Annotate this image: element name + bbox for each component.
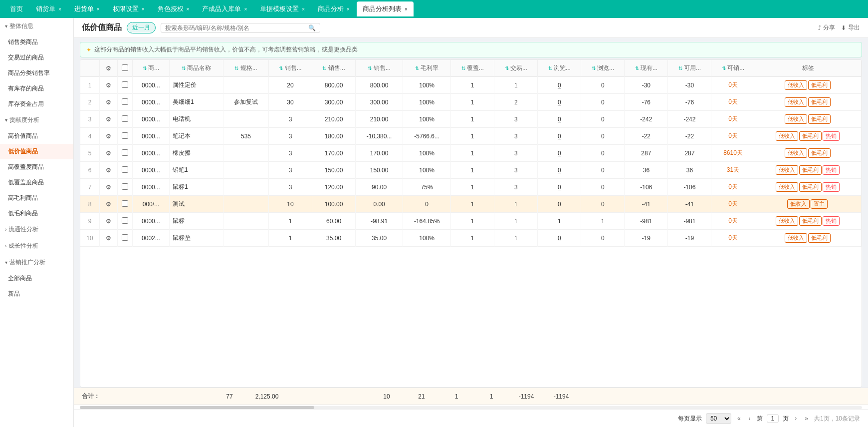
current-page-number[interactable]: 1 — [767, 414, 779, 423]
row-gear-icon[interactable]: ⚙ — [106, 218, 111, 225]
nav-role-auth[interactable]: 角色授权 × — [152, 1, 196, 16]
share-button[interactable]: ⤴ 分享 — [818, 23, 835, 32]
row-gear-icon[interactable]: ⚙ — [106, 116, 111, 123]
sidebar-group-circulation[interactable]: › 流通性分析 — [0, 221, 73, 238]
row-checkbox-cell[interactable] — [117, 94, 132, 111]
name-column-header[interactable]: ⇅ 商品名称 — [170, 60, 223, 77]
browse2-column-header[interactable]: ⇅ 浏览... — [581, 60, 625, 77]
sale-amount-column-header[interactable]: ⇅ 销售... — [312, 60, 356, 77]
row-settings-cell[interactable]: ⚙ — [100, 94, 118, 111]
page-size-select[interactable]: 50 100 200 — [706, 413, 731, 424]
nav-close-icon[interactable]: × — [187, 6, 190, 12]
last-page-button[interactable]: » — [803, 414, 810, 423]
sidebar-item-stock-products[interactable]: 有库存的商品 — [0, 81, 73, 96]
nav-close-icon[interactable]: × — [347, 6, 350, 12]
browse-link[interactable]: 0 — [558, 201, 561, 208]
first-page-button[interactable]: « — [735, 414, 743, 423]
row-checkbox[interactable] — [122, 132, 128, 139]
row-settings-cell[interactable]: ⚙ — [100, 179, 118, 196]
nav-close-icon[interactable]: × — [97, 6, 100, 12]
nav-product-analysis[interactable]: 商品分析 × — [312, 1, 356, 16]
sidebar-item-stock-capital[interactable]: 库存资金占用 — [0, 96, 73, 112]
browse-link[interactable]: 0 — [558, 116, 561, 123]
nav-close-icon[interactable]: × — [405, 6, 408, 12]
gross-rate-column-header[interactable]: ⇅ 毛利率 — [403, 60, 451, 77]
code-column-header[interactable]: ⇅ 商... — [132, 60, 169, 77]
horizontal-scrollbar[interactable] — [74, 405, 868, 410]
prev-page-button[interactable]: ‹ — [747, 414, 753, 423]
row-gear-icon[interactable]: ⚙ — [106, 201, 111, 208]
row-settings-cell[interactable]: ⚙ — [100, 213, 118, 230]
row-checkbox[interactable] — [122, 234, 128, 241]
sidebar-group-marketing[interactable]: ▾ 营销推广分析 — [0, 254, 73, 271]
transaction-column-header[interactable]: ⇅ 交易... — [494, 60, 538, 77]
sidebar-item-low-coverage[interactable]: 低覆盖度商品 — [0, 175, 73, 190]
sidebar-item-category-sales-rate[interactable]: 商品分类销售率 — [0, 65, 73, 81]
browse1-column-header[interactable]: ⇅ 浏览... — [538, 60, 581, 77]
current-stock-column-header[interactable]: ⇅ 现有... — [625, 60, 668, 77]
filter-recent-month-button[interactable]: 近一月 — [127, 22, 156, 33]
sale-price-column-header[interactable]: ⇅ 销售... — [356, 60, 403, 77]
sidebar-item-sales-products[interactable]: 销售类商品 — [0, 34, 73, 50]
row-checkbox-cell[interactable] — [117, 162, 132, 179]
browse-link[interactable]: 0 — [558, 133, 561, 140]
row-settings-cell[interactable]: ⚙ — [100, 128, 118, 145]
nav-home[interactable]: 首页 — [4, 1, 29, 16]
gear-icon[interactable]: ⚙ — [106, 65, 111, 72]
nav-template-settings[interactable]: 单据模板设置 × — [254, 1, 311, 16]
browse-link[interactable]: 0 — [558, 235, 561, 242]
row-checkbox[interactable] — [122, 81, 128, 88]
row-settings-cell[interactable]: ⚙ — [100, 77, 118, 94]
sidebar-group-overall[interactable]: ▾ 整体信息 — [0, 18, 73, 34]
sidebar-item-high-value[interactable]: 高价值商品 — [0, 128, 73, 144]
browse-link[interactable]: 0 — [558, 167, 561, 174]
browse-link[interactable]: 1 — [558, 218, 561, 225]
coverage-column-header[interactable]: ⇅ 覆盖... — [451, 60, 494, 77]
browse-link[interactable]: 0 — [558, 150, 561, 157]
row-checkbox[interactable] — [122, 166, 128, 173]
row-settings-cell[interactable]: ⚙ — [100, 196, 118, 213]
row-gear-icon[interactable]: ⚙ — [106, 150, 111, 157]
row-checkbox-cell[interactable] — [117, 145, 132, 162]
next-page-button[interactable]: › — [793, 414, 799, 423]
row-checkbox[interactable] — [122, 115, 128, 122]
row-checkbox-cell[interactable] — [117, 128, 132, 145]
row-checkbox-cell[interactable] — [117, 230, 132, 247]
select-all-checkbox[interactable] — [122, 64, 128, 71]
row-settings-cell[interactable]: ⚙ — [100, 162, 118, 179]
nav-permission-settings[interactable]: 权限设置 × — [107, 1, 151, 16]
export-button[interactable]: ⬇ 导出 — [841, 23, 860, 32]
nav-product-analysis-list[interactable]: 商品分析列表 × — [357, 1, 414, 16]
row-gear-icon[interactable]: ⚙ — [106, 82, 111, 89]
row-checkbox[interactable] — [122, 149, 128, 156]
row-checkbox-cell[interactable] — [117, 179, 132, 196]
browse-link[interactable]: 0 — [558, 184, 561, 191]
row-checkbox-cell[interactable] — [117, 196, 132, 213]
settings-column-header[interactable]: ⚙ — [100, 60, 118, 77]
nav-purchase-order[interactable]: 进货单 × — [68, 1, 106, 16]
sale-qty-column-header[interactable]: ⇅ 销售... — [268, 60, 312, 77]
sidebar-item-new-products[interactable]: 新品 — [0, 286, 73, 302]
sidebar-group-contribution[interactable]: ▾ 贡献度分析 — [0, 112, 73, 128]
sidebar-item-traded-products[interactable]: 交易过的商品 — [0, 50, 73, 65]
row-checkbox-cell[interactable] — [117, 77, 132, 94]
nav-product-storage[interactable]: 产成品入库单 × — [196, 1, 253, 16]
sidebar-item-low-value[interactable]: 低价值商品 — [0, 144, 73, 159]
available-column-header[interactable]: ⇅ 可用... — [668, 60, 711, 77]
row-gear-icon[interactable]: ⚙ — [106, 184, 111, 191]
sidebar-item-high-coverage[interactable]: 高覆盖度商品 — [0, 159, 73, 175]
nav-close-icon[interactable]: × — [58, 6, 61, 12]
row-gear-icon[interactable]: ⚙ — [106, 133, 111, 140]
row-checkbox[interactable] — [122, 183, 128, 190]
sidebar-item-low-gross[interactable]: 低毛利商品 — [0, 206, 73, 221]
row-checkbox-cell[interactable] — [117, 111, 132, 128]
row-checkbox-cell[interactable] — [117, 213, 132, 230]
sidebar-group-growth[interactable]: › 成长性分析 — [0, 238, 73, 254]
nav-close-icon[interactable]: × — [142, 6, 145, 12]
row-gear-icon[interactable]: ⚙ — [106, 167, 111, 174]
sidebar-item-high-gross[interactable]: 高毛利商品 — [0, 190, 73, 206]
search-input[interactable] — [165, 24, 306, 31]
sidebar-item-all-products[interactable]: 全部商品 — [0, 271, 73, 286]
row-gear-icon[interactable]: ⚙ — [106, 235, 111, 242]
scrollbar-thumb[interactable] — [80, 406, 314, 409]
